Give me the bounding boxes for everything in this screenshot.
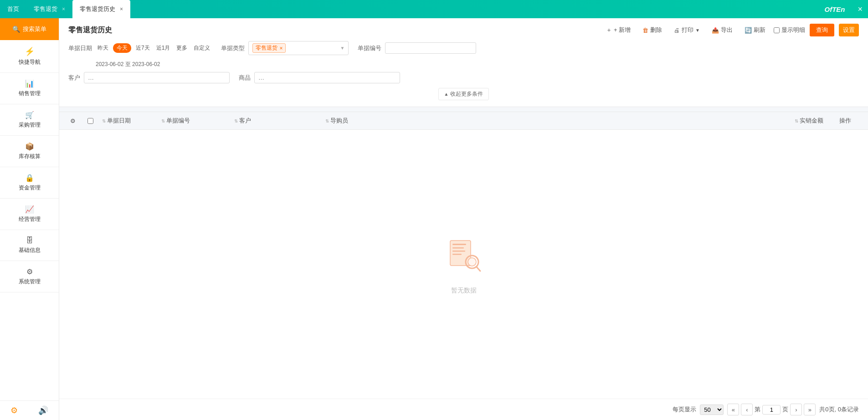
th-bill-date[interactable]: ⇅ 单据日期 bbox=[98, 117, 158, 125]
sidebar: 🔍 搜索菜单 ⚡ 快捷导航 📊 销售管理 🛒 采购管理 📦 库存核算 🔒 bbox=[0, 18, 59, 420]
sidebar-item-base-info[interactable]: 🗄 基础信息 bbox=[0, 230, 59, 261]
sidebar-item-inventory[interactable]: 📦 库存核算 bbox=[0, 136, 59, 167]
tab-retail-return-history[interactable]: 零售退货历史 × bbox=[72, 0, 130, 18]
display-detail-check[interactable] bbox=[774, 27, 780, 33]
export-label: 导出 bbox=[721, 26, 733, 34]
th-check[interactable] bbox=[82, 118, 98, 124]
sidebar-item-sys-mgmt-label: 系统管理 bbox=[19, 278, 41, 286]
sidebar-nav: ⚡ 快捷导航 📊 销售管理 🛒 采购管理 📦 库存核算 🔒 资金管理 📈 bbox=[0, 40, 59, 400]
add-button[interactable]: ＋ + 新增 bbox=[602, 24, 634, 36]
customer-label: 客户 bbox=[68, 74, 80, 82]
sidebar-item-quick-nav[interactable]: ⚡ 快捷导航 bbox=[0, 40, 59, 73]
page-input[interactable] bbox=[762, 405, 781, 415]
bill-type-label: 单据类型 bbox=[221, 44, 245, 52]
page-label: 第 bbox=[755, 405, 760, 414]
base-info-icon: 🗄 bbox=[26, 236, 33, 245]
settings-button[interactable]: 设置 bbox=[839, 24, 859, 36]
top-bar-right: OfTEn bbox=[824, 5, 852, 13]
bill-type-tag-close[interactable]: × bbox=[279, 45, 282, 51]
th-guide-label: 导购员 bbox=[330, 117, 348, 125]
sidebar-search[interactable]: 🔍 搜索菜单 bbox=[0, 18, 59, 40]
bill-date-label: 单据日期 bbox=[68, 44, 92, 52]
inventory-icon: 📦 bbox=[25, 142, 34, 151]
export-button[interactable]: 📤 导出 bbox=[708, 24, 736, 36]
page-prev-button[interactable]: ‹ bbox=[741, 404, 753, 415]
tab-retail-return-close[interactable]: × bbox=[62, 6, 65, 12]
goods-label: 商品 bbox=[239, 74, 251, 82]
th-guide[interactable]: ⇅ 导购员 bbox=[322, 117, 395, 125]
window-close-button[interactable]: × bbox=[852, 5, 868, 14]
th-customer[interactable]: ⇅ 客户 bbox=[231, 117, 322, 125]
th-settings-icon: ⚙ bbox=[70, 118, 76, 124]
bill-no-input[interactable] bbox=[385, 42, 476, 54]
sidebar-item-sys-mgmt[interactable]: ⚙ 系统管理 bbox=[0, 261, 59, 292]
sidebar-item-finance[interactable]: 🔒 资金管理 bbox=[0, 167, 59, 199]
sort-icon-amount: ⇅ bbox=[795, 118, 798, 123]
date-last7[interactable]: 近7天 bbox=[134, 43, 152, 53]
date-yesterday[interactable]: 昨天 bbox=[96, 43, 110, 53]
th-amount[interactable]: ⇅ 实销金额 bbox=[395, 117, 827, 125]
main-layout: 🔍 搜索菜单 ⚡ 快捷导航 📊 销售管理 🛒 采购管理 📦 库存核算 🔒 bbox=[0, 18, 868, 420]
page-last-button[interactable]: » bbox=[804, 404, 816, 415]
operations-icon: 📈 bbox=[25, 205, 34, 214]
per-page-label: 每页显示 bbox=[673, 405, 696, 414]
sidebar-item-purchase-mgmt-label: 采购管理 bbox=[19, 121, 41, 129]
delete-icon: 🗑 bbox=[642, 27, 648, 34]
empty-state: 暂无数据 bbox=[59, 130, 868, 399]
empty-illustration bbox=[441, 234, 487, 279]
filter-bill-type: 单据类型 零售退货 × ▼ bbox=[221, 41, 349, 55]
th-settings[interactable]: ⚙ bbox=[64, 118, 82, 124]
refresh-label: 刷新 bbox=[754, 26, 765, 34]
tab-retail-return-history-close[interactable]: × bbox=[120, 6, 123, 12]
date-options: 昨天 今天 近7天 近1月 更多 自定义 bbox=[96, 43, 212, 53]
bill-type-dropdown-icon: ▼ bbox=[340, 46, 344, 51]
per-page-select[interactable]: 50 10 20 100 bbox=[700, 405, 724, 415]
refresh-button[interactable]: 🔄 刷新 bbox=[741, 24, 769, 36]
query-label: 查询 bbox=[816, 26, 828, 34]
sort-icon-date: ⇅ bbox=[102, 118, 106, 123]
page-next-button[interactable]: › bbox=[790, 404, 802, 415]
sidebar-item-operations[interactable]: 📈 经营管理 bbox=[0, 199, 59, 230]
filter-customer: 客户 bbox=[68, 72, 230, 83]
page-first-button[interactable]: « bbox=[727, 404, 739, 415]
collapse-up-icon: ▲ bbox=[444, 92, 449, 97]
query-button[interactable]: 查询 bbox=[810, 24, 834, 36]
sort-icon-customer: ⇅ bbox=[234, 118, 238, 123]
svg-rect-4 bbox=[452, 254, 462, 255]
date-custom[interactable]: 自定义 bbox=[192, 43, 212, 53]
refresh-icon: 🔄 bbox=[745, 27, 752, 34]
delete-button[interactable]: 🗑 删除 bbox=[639, 24, 666, 36]
date-range-text: 2023-06-02 至 2023-06-02 bbox=[96, 61, 160, 67]
bill-type-select[interactable]: 零售退货 × ▼ bbox=[248, 41, 349, 55]
th-bill-no[interactable]: ⇅ 单据编号 bbox=[158, 117, 231, 125]
page-title: 零售退货历史 bbox=[68, 26, 112, 35]
quick-nav-icon: ⚡ bbox=[25, 46, 35, 56]
sidebar-speaker-icon[interactable]: 🔊 bbox=[38, 405, 48, 415]
svg-rect-1 bbox=[452, 244, 466, 245]
date-today[interactable]: 今天 bbox=[113, 43, 131, 53]
sys-mgmt-icon: ⚙ bbox=[26, 267, 33, 276]
purchase-mgmt-icon: 🛒 bbox=[25, 111, 34, 119]
goods-input[interactable] bbox=[254, 72, 400, 83]
collapse-label: 收起更多条件 bbox=[450, 90, 483, 98]
date-last1m[interactable]: 近1月 bbox=[154, 43, 172, 53]
date-more[interactable]: 更多 bbox=[175, 43, 189, 53]
print-button[interactable]: 🖨 打印 ▼ bbox=[670, 24, 704, 36]
sidebar-item-purchase-mgmt[interactable]: 🛒 采购管理 bbox=[0, 104, 59, 136]
bill-no-label: 单据编号 bbox=[358, 44, 381, 52]
print-arrow-icon: ▼ bbox=[695, 28, 700, 33]
settings-label: 设置 bbox=[843, 26, 855, 34]
tab-retail-return[interactable]: 零售退货 × bbox=[26, 0, 72, 18]
customer-input[interactable] bbox=[84, 72, 230, 83]
filter-bill-no: 单据编号 bbox=[358, 42, 476, 54]
th-bill-date-label: 单据日期 bbox=[107, 117, 131, 125]
select-all-checkbox[interactable] bbox=[87, 118, 93, 124]
display-detail-checkbox[interactable]: 显示明细 bbox=[774, 26, 805, 34]
collapse-button[interactable]: ▲ 收起更多条件 bbox=[438, 88, 489, 100]
sidebar-item-sales-mgmt[interactable]: 📊 销售管理 bbox=[0, 73, 59, 104]
tab-home[interactable]: 首页 bbox=[0, 0, 26, 18]
tab-list: 首页 零售退货 × 零售退货历史 × bbox=[0, 0, 824, 18]
sidebar-settings-icon[interactable]: ⚙ bbox=[10, 405, 18, 415]
tab-retail-return-label: 零售退货 bbox=[34, 5, 57, 13]
filter-row-1: 单据日期 昨天 今天 近7天 近1月 更多 自定义 单据类型 bbox=[68, 41, 859, 55]
